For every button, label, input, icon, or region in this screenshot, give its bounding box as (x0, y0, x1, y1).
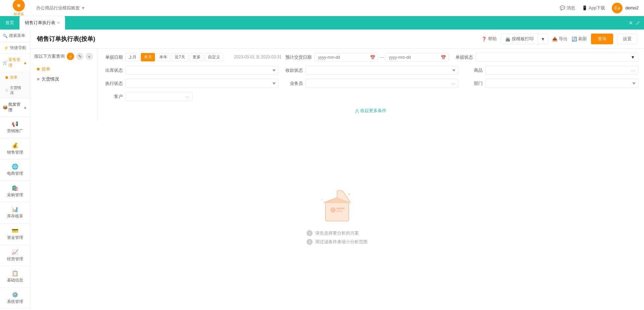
product-input[interactable]: ··· (485, 66, 639, 75)
user-name: demo2 (625, 5, 639, 10)
phone-icon: 📱 (582, 5, 587, 10)
print-dropdown-button[interactable]: ▼ (538, 35, 548, 44)
filter-panel: 按以下方案查询 + ✎ « 按单 (30, 49, 644, 120)
collapse-more-button[interactable]: ⋀ 收起更多条件 (103, 105, 639, 116)
out-status-select[interactable] (125, 66, 279, 75)
filter-row-3: 执行状态 业务员 ··· 部门 (103, 79, 639, 88)
sidebar-item-marketing[interactable]: 📢 营销推广 (0, 117, 30, 138)
app-download-action[interactable]: 📱 App下载 (582, 5, 605, 11)
filter-row-4: 客户 ··· (103, 92, 639, 101)
tip-1-number: 1 (307, 230, 313, 236)
refresh-label: 刷新 (578, 36, 587, 42)
main-layout: 🔍 搜索菜单 ⚡ 快捷导航 🛒 零售管理 ▲ 按单 欠货情况 📦 批 (0, 30, 644, 310)
scheme-item-order[interactable]: 按单 (34, 64, 93, 74)
close-window-button[interactable]: ✕ (629, 20, 633, 26)
tab-home[interactable]: 首页 (0, 16, 19, 30)
sidebar-search[interactable]: 🔍 搜索菜单 (0, 30, 30, 42)
empty-tip-2: 2 用过滤条件来缩小分析范围 (307, 239, 368, 245)
wholesale-arrow-icon: ▲ (23, 105, 27, 110)
expected-date-field: 预计交货日期 📅 — 📅 (285, 53, 449, 62)
scheme-order-label: 按单 (42, 66, 50, 72)
search-button[interactable]: 查询 (591, 34, 613, 44)
help-label: 帮助 (488, 36, 497, 42)
wholesale-label: 批发管理 (8, 102, 22, 113)
filter-scheme-title: 按以下方案查询 (34, 53, 65, 59)
sidebar-item-retail[interactable]: 🛒 零售管理 ▲ (0, 54, 30, 72)
status-select[interactable]: ▼ (476, 53, 639, 62)
sidebar-item-sales[interactable]: 💰 销售管理 (0, 138, 30, 160)
product-label: 商品 (463, 67, 483, 73)
customer-label: 客户 (103, 94, 123, 100)
system-icon: ⚙️ (12, 292, 18, 298)
collapse-icon: « (88, 54, 90, 59)
debt-label: 欠货情况 (10, 85, 24, 95)
user-profile[interactable]: Ea demo2 (612, 3, 639, 13)
dept-field: 部门 (463, 79, 639, 88)
finance-label: 资金管理 (7, 235, 23, 241)
sidebar-search-label: 搜索菜单 (9, 33, 25, 39)
date-custom[interactable]: 自定义 (205, 53, 223, 61)
help-link[interactable]: ❓ 帮助 (481, 36, 497, 42)
settings-button[interactable]: 设置 (617, 34, 637, 44)
sidebar-item-order[interactable]: 按单 (0, 72, 30, 83)
message-action[interactable]: 💬 消息 (560, 5, 575, 11)
edit-scheme-button[interactable]: ✎ (76, 53, 84, 60)
date-more[interactable]: 更多 (190, 53, 204, 61)
finance-icon: 💳 (12, 227, 18, 234)
date-7days[interactable]: 近7天 (172, 53, 188, 61)
sidebar-item-basic[interactable]: 📋 基础信息 (0, 266, 30, 288)
retail-submenu: 按单 欠货情况 (0, 72, 30, 98)
message-icon: 💬 (560, 5, 565, 10)
retail-arrow-icon: ▲ (23, 60, 27, 65)
sidebar-item-purchase[interactable]: 🛍️ 采购管理 (0, 181, 30, 202)
print-label: 按模板打印 (512, 36, 534, 42)
sidebar-item-finance[interactable]: 💳 资金管理 (0, 223, 30, 245)
date-last-month[interactable]: 上月 (125, 53, 140, 61)
date-this-month[interactable]: 本月 (141, 53, 155, 61)
breadcrumb-text: 办公用品行业模拟账套 (36, 5, 80, 11)
tab-sales-order[interactable]: 销售订单执行表 × (19, 16, 65, 30)
page-actions: ❓ 帮助 🖨️ 按模板打印 ▼ 📤 导出 (481, 34, 637, 44)
tip-2-number: 2 (307, 239, 313, 245)
sidebar-item-wholesale[interactable]: 📦 批发管理 ▲ (0, 98, 30, 117)
page-header: 销售订单执行表(按单) ❓ 帮助 🖨️ 按模板打印 ▼ (30, 30, 644, 49)
sidebar-item-ecommerce[interactable]: 🌐 电商管理 (0, 159, 30, 181)
sidebar-item-inventory[interactable]: 📊 库存核算 (0, 202, 30, 223)
collapse-scheme-button[interactable]: « (86, 53, 93, 60)
dept-select[interactable] (485, 79, 639, 88)
export-link[interactable]: 📤 导出 (552, 36, 568, 42)
export-label: 导出 (559, 36, 568, 42)
expand-window-button[interactable]: ⤢ (636, 20, 640, 26)
sidebar-item-debt[interactable]: 欠货情况 (0, 83, 30, 98)
message-label: 消息 (567, 5, 575, 11)
salesperson-label: 业务员 (283, 81, 303, 87)
page-title-row: 销售订单执行表(按单) ❓ 帮助 🖨️ 按模板打印 ▼ (37, 34, 637, 44)
sidebar-quicknav[interactable]: ⚡ 快捷导航 (0, 42, 30, 54)
home-tab-label: 首页 (5, 20, 14, 26)
salesperson-input[interactable]: ··· (306, 79, 459, 88)
sidebar-item-operations[interactable]: 📈 经营管理 (0, 245, 30, 266)
date-separator: — (379, 55, 384, 60)
breadcrumb-area[interactable]: 办公用品行业模拟账套 ▼ (36, 5, 85, 11)
logo-area: 畅 标准版 (5, 0, 32, 16)
refresh-link[interactable]: 🔄 刷新 (572, 36, 587, 42)
scheme-item-debt[interactable]: 欠货情况 (34, 74, 93, 84)
customer-field: 客户 ··· (103, 92, 193, 101)
filter-scheme-actions: + ✎ « (67, 53, 93, 60)
basic-label: 基础信息 (7, 278, 23, 283)
print-button[interactable]: 🖨️ 按模板打印 (501, 34, 538, 44)
date-from-input[interactable] (314, 53, 378, 62)
sidebar-item-enterprise[interactable]: 🤝 企业协同 (0, 309, 30, 310)
export-icon: 📤 (552, 37, 557, 42)
ecommerce-icon: 🌐 (12, 163, 18, 170)
exec-status-select[interactable] (125, 79, 279, 88)
quicknav-icon: ⚡ (4, 46, 9, 50)
tab-close-button[interactable]: × (57, 20, 60, 25)
pay-status-select[interactable] (306, 66, 459, 75)
date-to-input[interactable] (385, 53, 449, 62)
date-this-year[interactable]: 本年 (156, 53, 170, 61)
add-scheme-button[interactable]: + (67, 53, 74, 60)
exec-status-label: 执行状态 (103, 81, 123, 87)
sidebar-item-system[interactable]: ⚙️ 系统管理 (0, 288, 30, 309)
customer-input[interactable]: ··· (125, 92, 193, 101)
